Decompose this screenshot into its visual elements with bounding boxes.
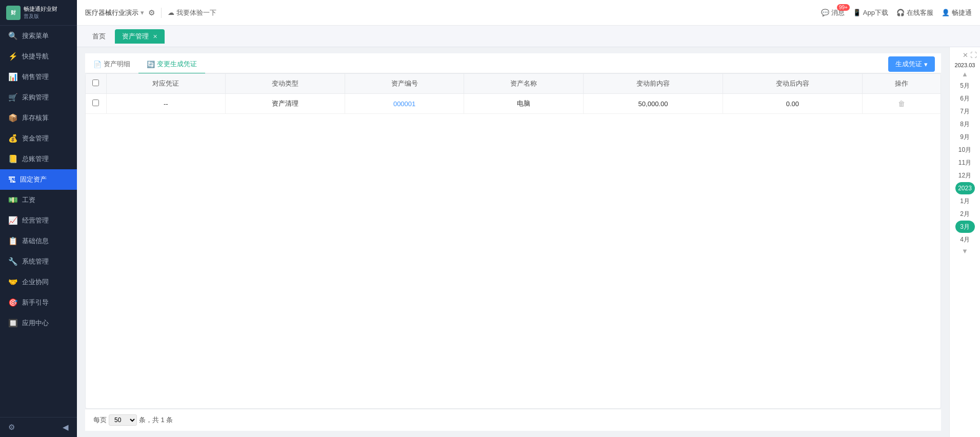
sidebar-label-funds: 资金管理: [22, 134, 49, 143]
month-item[interactable]: 1月: [955, 195, 975, 207]
th-action: 操作: [862, 74, 941, 94]
sidebar-item-appcenter[interactable]: 🔲应用中心: [0, 313, 77, 333]
collab-icon: 🤝: [8, 277, 18, 287]
generate-voucher-button[interactable]: 生成凭证 ▾: [888, 56, 935, 72]
logo-icon: 财: [6, 6, 21, 20]
pagination: 每页 50 10 20 100 条，共 1 条: [85, 409, 941, 431]
generate-dropdown-arrow: ▾: [924, 61, 928, 68]
month-item[interactable]: 3月: [955, 221, 975, 233]
quicknav-icon: ⚡: [8, 52, 18, 61]
guide-icon: 🎯: [8, 298, 18, 307]
sidebar-item-system[interactable]: 🔧系统管理: [0, 251, 77, 272]
company-selector[interactable]: 医疗器械行业演示 ▾: [85, 8, 144, 17]
tab-asset-label: 资产管理: [122, 32, 149, 40]
th-before-change: 变动前内容: [584, 74, 723, 94]
tab-asset-management[interactable]: 资产管理 ✕: [115, 29, 165, 44]
row-action: 🗑: [862, 94, 941, 114]
month-item[interactable]: 7月: [955, 105, 975, 117]
sidebar-item-collab[interactable]: 🤝企业协同: [0, 272, 77, 292]
year-month-label: 2023.03: [950, 61, 980, 69]
month-item[interactable]: 5月: [955, 80, 975, 92]
company-settings-icon[interactable]: ⚙: [148, 8, 155, 17]
sidebar-item-ledger[interactable]: 📒总账管理: [0, 149, 77, 169]
sidebar-item-guide[interactable]: 🎯新手引导: [0, 292, 77, 313]
experience-btn[interactable]: ☁ 我要体验一下: [168, 8, 216, 17]
logo-name: 畅捷通好业财: [24, 5, 57, 12]
month-item[interactable]: 12月: [955, 169, 975, 182]
month-item[interactable]: 10月: [955, 144, 975, 156]
select-all-checkbox[interactable]: [92, 80, 99, 86]
month-item[interactable]: 8月: [955, 118, 975, 130]
topnav: 医疗器械行业演示 ▾ ⚙ ☁ 我要体验一下 💬 消息 99+ 📱 App下载 🎧…: [77, 0, 980, 26]
content-main: 📄 资产明细 🔄 变更生成凭证 生成凭证 ▾: [77, 47, 949, 437]
appcenter-icon: 🔲: [8, 319, 18, 328]
data-table: 对应凭证 变动类型 资产编号 资产名称 变动前内容 变动后内容 操作 -- 资产…: [86, 74, 941, 114]
sidebar-item-inventory[interactable]: 📦库存核算: [0, 108, 77, 128]
per-page-select[interactable]: 50 10 20 100: [109, 414, 137, 426]
topnav-divider: [161, 8, 162, 18]
row-checkbox[interactable]: [92, 100, 99, 106]
sidebar-item-funds[interactable]: 💰资金管理: [0, 128, 77, 149]
sidebar-label-quicknav: 快捷导航: [22, 52, 49, 61]
table-header-row: 对应凭证 变动类型 资产编号 资产名称 变动前内容 变动后内容 操作: [86, 74, 941, 94]
user-avatar-icon: 👤: [942, 9, 950, 16]
sidebar-item-quicknav[interactable]: ⚡快捷导航: [0, 46, 77, 67]
system-icon: 🔧: [8, 257, 18, 266]
sidebar-item-purchase[interactable]: 🛒采购管理: [0, 87, 77, 108]
sidebar-item-search[interactable]: 🔍搜索菜单: [0, 26, 77, 46]
app-download-btn[interactable]: 📱 App下载: [853, 8, 888, 17]
sidebar-logo: 财 畅捷通好业财 普及版: [0, 0, 77, 26]
customer-service-btn[interactable]: 🎧 在线客服: [896, 8, 933, 17]
year-marker[interactable]: 2023: [955, 182, 975, 194]
company-name: 医疗器械行业演示: [85, 8, 138, 17]
month-item[interactable]: 4月: [955, 233, 975, 246]
month-item[interactable]: 6月: [955, 92, 975, 105]
expand-panel-icon[interactable]: ⛶: [970, 51, 977, 59]
user-menu-btn[interactable]: 👤 畅捷通: [942, 8, 972, 17]
messages-btn[interactable]: 💬 消息 99+: [821, 8, 845, 17]
fixedasset-icon: 🏗: [8, 175, 16, 184]
row-checkbox-cell: [86, 94, 106, 114]
th-checkbox: [86, 74, 106, 94]
month-list: 5月6月7月8月9月10月11月12月20231月2月3月4月: [955, 79, 975, 246]
row-voucher-ref: --: [106, 94, 226, 114]
month-item[interactable]: 9月: [955, 131, 975, 143]
th-asset-no: 资产编号: [345, 74, 464, 94]
sidebar-nav: 🔍搜索菜单⚡快捷导航📊销售管理🛒采购管理📦库存核算💰资金管理📒总账管理🏗固定资产…: [0, 26, 77, 417]
voucher-tab-icon: 🔄: [147, 61, 155, 68]
sidebar-item-fixedasset[interactable]: 🏗固定资产: [0, 169, 77, 190]
tab-bar: 首页 资产管理 ✕: [77, 26, 980, 47]
sidebar-label-system: 系统管理: [22, 257, 49, 266]
month-item[interactable]: 2月: [955, 208, 975, 220]
sidebar-item-basics[interactable]: 📋基础信息: [0, 231, 77, 251]
settings-icon[interactable]: ⚙: [8, 423, 15, 432]
search-icon: 🔍: [8, 31, 18, 41]
month-item[interactable]: 11月: [955, 156, 975, 169]
sidebar-label-fixedasset: 固定资产: [20, 175, 47, 184]
sub-tabs: 📄 资产明细 🔄 变更生成凭证: [85, 55, 888, 73]
sidebar-label-collab: 企业协同: [22, 277, 49, 287]
delete-row-icon[interactable]: 🗑: [898, 100, 905, 108]
user-name: 畅捷通: [952, 8, 972, 17]
scroll-down-arrow[interactable]: ▼: [961, 246, 969, 256]
sub-tab-detail[interactable]: 📄 资产明细: [85, 55, 138, 74]
sidebar-item-salary[interactable]: 💵工资: [0, 190, 77, 210]
generate-voucher-label: 生成凭证: [895, 59, 922, 69]
message-icon: 💬: [821, 9, 829, 16]
topnav-right: 💬 消息 99+ 📱 App下载 🎧 在线客服 👤 畅捷通: [821, 8, 972, 17]
sidebar-item-sales[interactable]: 📊销售管理: [0, 67, 77, 87]
logo-sub: 普及版: [24, 13, 57, 20]
headset-icon: 🎧: [896, 9, 905, 16]
tab-close-icon[interactable]: ✕: [153, 33, 157, 39]
generate-btn-wrapper: 生成凭证 ▾: [888, 56, 941, 72]
scroll-up-arrow[interactable]: ▲: [961, 69, 969, 79]
management-icon: 📈: [8, 216, 18, 225]
sub-tab-voucher[interactable]: 🔄 变更生成凭证: [138, 55, 205, 74]
right-panel: ✕ ⛶ 2023.03 ▲ 5月6月7月8月9月10月11月12月20231月2…: [949, 47, 980, 437]
close-panel-icon[interactable]: ✕: [963, 51, 968, 59]
sidebar-item-management[interactable]: 📈经营管理: [0, 210, 77, 231]
collapse-icon[interactable]: ◀: [63, 423, 69, 432]
tab-home[interactable]: 首页: [85, 29, 113, 44]
sidebar-label-search: 搜索菜单: [22, 31, 49, 41]
inventory-icon: 📦: [8, 113, 18, 123]
